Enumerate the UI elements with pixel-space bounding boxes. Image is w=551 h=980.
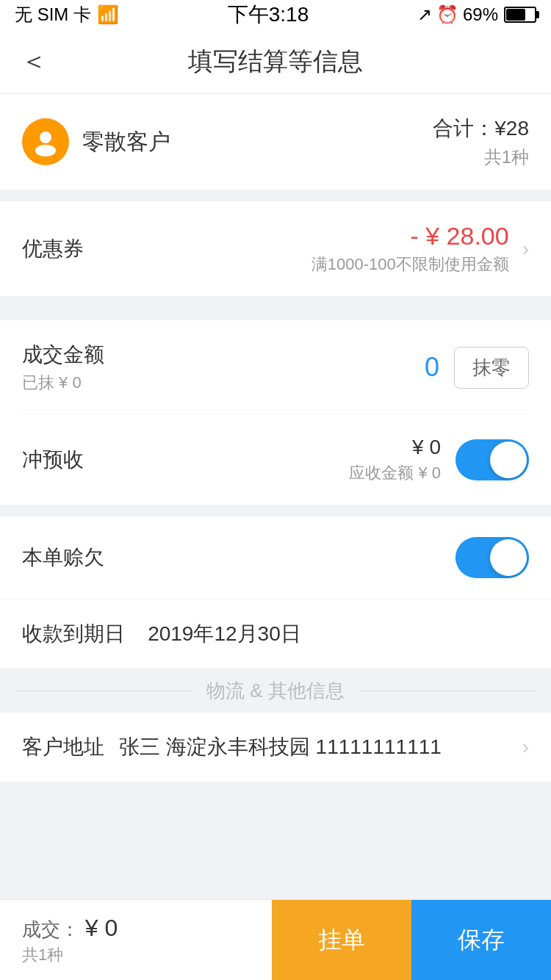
svg-point-0 [40,131,51,143]
customer-avatar [22,118,69,165]
logistics-line-left [15,691,192,691]
back-button[interactable]: ＜ [21,43,47,79]
battery-icon [504,7,536,23]
customer-right: 合计：¥28 共1种 [433,115,529,169]
coupon-label: 优惠券 [22,235,84,263]
prepay-label: 冲预收 [22,446,84,474]
transaction-right: 0 抹零 [425,347,529,389]
customer-count: 共1种 [433,145,529,169]
customer-left: 零散客户 [22,118,170,165]
nav-bar: ＜ 填写结算等信息 [0,29,551,94]
save-button[interactable]: 保存 [411,900,551,981]
wifi-icon: 📶 [97,4,119,25]
logistics-line-right [359,691,536,691]
alarm-icon: ⏰ [436,4,458,25]
round-zero-button[interactable]: 抹零 [454,347,529,389]
coupon-amount: - ¥ 28.00 [311,222,509,251]
bottom-summary-amount: ¥ 0 [85,915,118,941]
avatar-icon [31,127,60,156]
bottom-summary-label: 成交： [22,918,79,940]
location-icon: ↗ [417,4,432,25]
page-title: 填写结算等信息 [188,45,363,79]
svg-point-1 [35,145,56,156]
debt-toggle[interactable] [455,537,529,578]
bottom-summary-line1: 成交： ¥ 0 [22,915,250,943]
customer-section: 零散客户 合计：¥28 共1种 [0,94,551,190]
address-chevron-icon: › [522,735,529,759]
due-date-label: 收款到期日 [22,622,125,645]
debt-label: 本单赊欠 [22,544,104,572]
prepay-row: 冲预收 ¥ 0 应收金额 ¥ 0 [22,415,529,505]
transaction-section: 成交金额 已抹 ¥ 0 0 抹零 冲预收 ¥ 0 应收金额 ¥ 0 [0,320,551,505]
prepay-sub: 应收金额 ¥ 0 [349,462,441,484]
address-value: 张三 海淀永丰科技园 11111111111 [119,733,516,761]
bottom-bar: 成交： ¥ 0 共1种 挂单 保存 [0,899,551,980]
due-date-text: 收款到期日 2019年12月30日 [22,622,301,645]
status-bar: 无 SIM 卡 📶 下午3:18 ↗ ⏰ 69% [0,0,551,29]
status-right: ↗ ⏰ 69% [417,4,536,25]
no-sim-text: 无 SIM 卡 [15,3,91,26]
address-label: 客户地址 [22,733,104,761]
bottom-summary: 成交： ¥ 0 共1种 [0,915,272,966]
logistics-label: 物流 & 其他信息 [206,678,345,704]
separator-2 [0,505,551,516]
pending-button[interactable]: 挂单 [272,900,411,981]
battery-text: 69% [463,4,498,25]
transaction-value: 0 [425,352,439,383]
address-section[interactable]: 客户地址 张三 海淀永丰科技园 11111111111 › [0,713,551,782]
prepay-right: ¥ 0 应收金额 ¥ 0 [349,436,529,484]
separator-1 [0,309,551,320]
transaction-label: 成交金额 [22,341,104,369]
coupon-right: - ¥ 28.00 满1000-100不限制使用金额 › [311,222,529,275]
customer-total: 合计：¥28 [433,115,529,143]
bottom-summary-count: 共1种 [22,944,250,966]
coupon-desc: 满1000-100不限制使用金额 [311,253,509,275]
transaction-row: 成交金额 已抹 ¥ 0 0 抹零 [22,320,529,415]
due-date-section: 收款到期日 2019年12月30日 [0,599,551,669]
customer-name: 零散客户 [82,127,170,157]
main-content: 零散客户 合计：¥28 共1种 优惠券 - ¥ 28.00 满1000-100不… [0,94,551,980]
debt-toggle-knob [490,539,527,576]
prepay-toggle[interactable] [455,439,529,480]
coupon-section[interactable]: 优惠券 - ¥ 28.00 满1000-100不限制使用金额 › [0,201,551,297]
transaction-label-block: 成交金额 已抹 ¥ 0 [22,341,104,394]
coupon-info: - ¥ 28.00 满1000-100不限制使用金额 [311,222,509,275]
toggle-knob [490,442,527,478]
due-date-value: 2019年12月30日 [148,622,301,645]
logistics-separator: 物流 & 其他信息 [0,669,551,713]
chevron-right-icon: › [522,237,529,261]
prepay-amount-block: ¥ 0 应收金额 ¥ 0 [349,436,441,484]
status-left: 无 SIM 卡 📶 [15,3,119,26]
prepay-amount: ¥ 0 [349,436,441,459]
status-time: 下午3:18 [228,1,309,29]
transaction-sub: 已抹 ¥ 0 [22,372,104,394]
debt-section: 本单赊欠 [0,516,551,599]
